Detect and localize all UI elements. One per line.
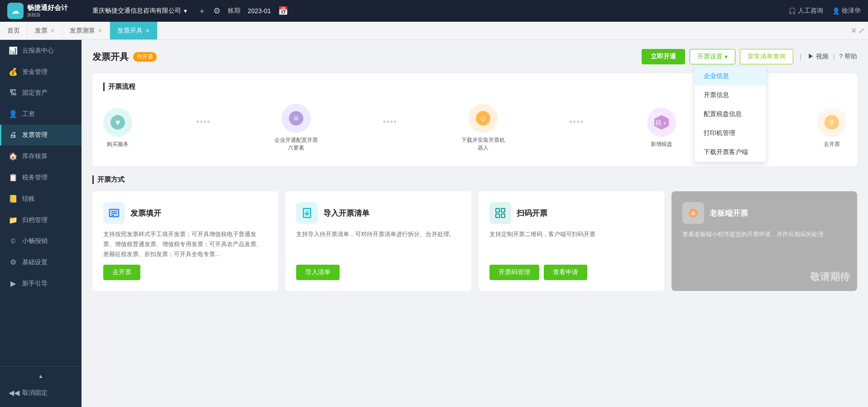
method-fill-header: 发票填开 (103, 202, 267, 224)
method-fill-btn[interactable]: 去开票 (103, 265, 140, 280)
headset-icon: 🎧 (788, 7, 796, 15)
dropdown-item-invoice-info[interactable]: 开票信息 (695, 86, 766, 105)
sidebar-item-invoice[interactable]: 🖨 发票管理 (0, 125, 82, 145)
tab-calc-close[interactable]: ✕ (98, 28, 102, 34)
methods-title: 开票方式 (92, 175, 857, 184)
close-all-tab-button[interactable]: ✕ (851, 26, 857, 35)
method-import-btn[interactable]: 导入清单 (296, 265, 340, 280)
support-button[interactable]: 🎧 人工咨询 (788, 7, 823, 15)
sidebar-item-finance[interactable]: 💰 资金管理 (0, 61, 82, 82)
tab-invoice[interactable]: 发票 ✕ (28, 22, 62, 39)
unpin-icon: ◀◀ (9, 388, 18, 397)
dropdown-item-printer[interactable]: 打印机管理 (695, 124, 766, 143)
user-area[interactable]: 👤 徐泽华 (832, 7, 861, 15)
sidebar-item-basic[interactable]: ⚙ 基础设置 (0, 252, 82, 273)
sidebar-item-payroll[interactable]: 👤 工资 (0, 103, 82, 125)
guide-icon: ▶ (9, 279, 18, 288)
sidebar-bottom: ▲ ◀◀ 取消固定 (0, 366, 82, 407)
method-fill-desc: 支持按照发票样式手工填开发票；可开具增值税电子普通发票、增值税普通发票、增值税专… (103, 229, 267, 259)
method-scan-qrcode-btn[interactable]: 开票码管理 (489, 265, 539, 280)
sidebar-payroll-label: 工资 (22, 110, 35, 118)
sidebar-item-reports[interactable]: 📊 云报表中心 (0, 40, 82, 61)
help-button[interactable]: ? 帮助 (839, 53, 857, 61)
svg-rect-20 (496, 214, 499, 218)
step-3-icon: ☺ (469, 104, 498, 133)
dropdown-item-company[interactable]: 企业信息 (695, 67, 766, 86)
method-boss-icon: ≡ (682, 202, 704, 224)
dropdown-item-download-client[interactable]: 下载开票客户端 (695, 143, 766, 162)
sidebar-item-assets[interactable]: 🏗 固定资产 (0, 82, 82, 103)
method-scan-btns: 开票码管理 查看申请 (489, 265, 653, 280)
method-card-import: 导入开票清单 支持导入待开票清单，可对待开票清单进行拆分、合并处理。 导入清单 (285, 191, 471, 291)
sidebar-basic-label: 基础设置 (22, 258, 48, 266)
expense-icon: © (9, 237, 18, 245)
step-5-label: 去开票 (824, 141, 840, 148)
add-button[interactable]: ＋ (198, 5, 206, 16)
method-boss-desc: 查看老板端小程序提交的开票申请，并作出相应的处理 (682, 229, 846, 239)
method-import-title: 导入开票清单 (323, 208, 369, 218)
method-import-icon (296, 202, 318, 224)
tab-issue-label: 发票开具 (117, 27, 143, 35)
sidebar-item-guide[interactable]: ▶ 新手引导 (0, 273, 82, 294)
tab-calc-label: 发票测算 (70, 27, 95, 35)
exception-list-button[interactable]: 异常清单查询 (740, 49, 793, 64)
step-1-label: 购买服务 (107, 141, 129, 148)
methods-cards-row: 发票填开 支持按照发票样式手工填开发票；可开具增值税电子普通发票、增值税普通发票… (92, 191, 857, 291)
settings-dropdown-button[interactable]: 开票设置 ▾ (690, 49, 735, 64)
question-icon: ? (839, 53, 843, 60)
content-area: 发票开具 待开通 立即开通 开票设置 ▾ 异常清单查询 | ▶ 视频 | ? 帮… (82, 40, 868, 407)
sidebar-item-archive[interactable]: 📁 归档管理 (0, 209, 82, 231)
top-center-actions: ＋ ⚙ 账期 2023-01 📅 (198, 5, 288, 16)
sidebar-tax-label: 税务管理 (22, 174, 48, 182)
maximize-button[interactable]: ⤢ (858, 26, 864, 35)
status-badge: 待开通 (133, 52, 157, 62)
dropdown-item-tax-disk[interactable]: 配置税盘信息 (695, 105, 766, 124)
header-actions: 立即开通 开票设置 ▾ 异常清单查询 | ▶ 视频 | ? 帮助 (642, 49, 857, 64)
tab-home-label: 首页 (7, 27, 20, 35)
sidebar-expense-label: 小畅报销 (22, 237, 48, 245)
step-2: ≡ 企业开通配置开票六要素 (273, 104, 319, 152)
sidebar-item-inventory[interactable]: 🏠 库存核算 (0, 145, 82, 167)
sidebar-scroll-up[interactable]: ▲ (0, 370, 82, 382)
method-card-scan: 扫码开票 支持定制开票二维码，客户端可扫码开票 开票码管理 查看申请 (479, 191, 664, 291)
svg-rect-18 (496, 208, 499, 212)
company-selector[interactable]: 重庆畅捷交通信息咨询有限公司 ▾ (92, 7, 187, 15)
sidebar-item-tax[interactable]: 📋 税务管理 (0, 167, 82, 188)
dropdown-printer-label: 打印机管理 (704, 129, 735, 137)
svg-text:≡: ≡ (830, 118, 834, 127)
closing-icon: 📒 (9, 194, 18, 203)
svg-rect-21 (501, 214, 505, 218)
tab-calc[interactable]: 发票测算 ✕ (62, 22, 110, 39)
basic-icon: ⚙ (9, 258, 18, 266)
archive-icon: 📁 (9, 216, 18, 224)
settings-button[interactable]: ⚙ (213, 6, 221, 16)
connector-3 (506, 121, 647, 123)
tab-right-buttons: ✕ ⤢ (847, 22, 868, 39)
tax-icon: 📋 (9, 173, 18, 182)
method-card-boss: ≡ 老板端开票 查看老板端小程序提交的开票申请，并作出相应的处理 敬请期待 (671, 191, 857, 291)
sidebar-item-unpin[interactable]: ◀◀ 取消固定 (0, 382, 82, 403)
tab-invoice-close[interactable]: ✕ (50, 28, 55, 34)
method-fill-icon (103, 202, 125, 224)
activate-button[interactable]: 立即开通 (642, 49, 685, 64)
tab-home[interactable]: 首页 (0, 22, 28, 39)
logo-icon: ☁ (7, 3, 24, 19)
sidebar: 📊 云报表中心 💰 资金管理 🏗 固定资产 👤 工资 🖨 发票管理 🏠 库存核算… (0, 40, 82, 407)
step-4-icon: 税＋ (647, 108, 676, 137)
step-2-label: 企业开通配置开票六要素 (273, 136, 319, 152)
step-4: 税＋ 新增税盘 (647, 108, 676, 148)
logo-subtitle: 旗舰版 (27, 12, 68, 18)
calendar-button[interactable]: 📅 (278, 6, 288, 16)
method-import-desc: 支持导入待开票清单，可对待开票清单进行拆分、合并处理。 (296, 229, 460, 239)
tab-issue-close[interactable]: ✕ (145, 28, 150, 34)
sidebar-reports-label: 云报表中心 (22, 47, 54, 55)
svg-text:税＋: 税＋ (655, 119, 668, 126)
step-3-label: 下载并安装开票机器人 (460, 136, 506, 152)
sidebar-item-closing[interactable]: 📒 结账 (0, 188, 82, 209)
method-scan-view-btn[interactable]: 查看申请 (544, 265, 587, 280)
sidebar-item-expense[interactable]: © 小畅报销 (0, 231, 82, 252)
video-button[interactable]: ▶ 视频 (808, 53, 829, 61)
method-import-header: 导入开票清单 (296, 202, 460, 224)
tab-issue[interactable]: 发票开具 ✕ (110, 22, 158, 39)
sidebar-assets-label: 固定资产 (22, 89, 48, 97)
